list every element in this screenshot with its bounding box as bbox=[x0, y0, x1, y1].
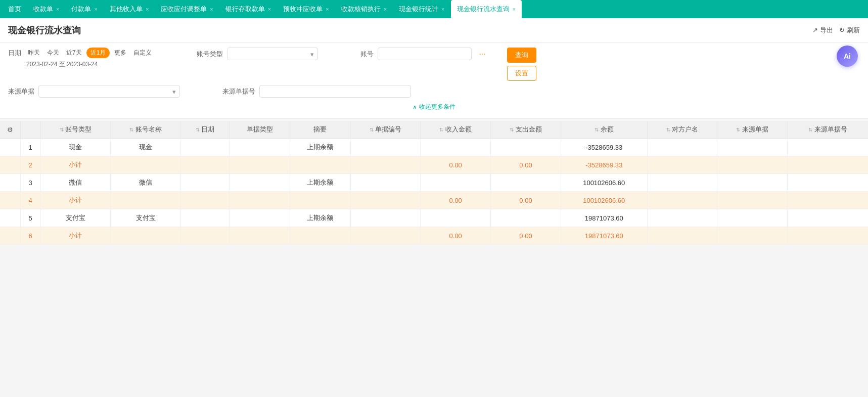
cell-balance: -3528659.33 bbox=[561, 139, 647, 156]
header-actions: ↗ 导出 ↻ 刷新 bbox=[812, 26, 860, 35]
close-icon[interactable]: × bbox=[210, 0, 213, 18]
cell-counterpart bbox=[647, 192, 717, 209]
close-icon[interactable]: × bbox=[56, 0, 59, 18]
col-gear[interactable]: ⚙ bbox=[0, 121, 20, 139]
cell-expense: 0.00 bbox=[491, 227, 561, 245]
col-date[interactable]: ⇅ 日期 bbox=[181, 121, 230, 139]
cell-doc-type bbox=[230, 227, 290, 245]
cell-summary bbox=[290, 156, 350, 174]
nav-item-bank-deposit[interactable]: 银行存取款单 × bbox=[219, 0, 277, 18]
cell-doc-no bbox=[350, 209, 421, 227]
nav-item-receipt[interactable]: 收款单 × bbox=[27, 0, 65, 18]
close-icon[interactable]: × bbox=[384, 0, 387, 18]
right-buttons: 查询 设置 bbox=[507, 48, 536, 81]
close-icon[interactable]: × bbox=[441, 0, 444, 18]
cell-account-name bbox=[111, 192, 181, 209]
collapse-bar[interactable]: ∧ 收起更多条件 bbox=[8, 101, 860, 113]
table-row[interactable]: 1现金现金上期余额-3528659.33 bbox=[0, 139, 868, 156]
source-doc-no-input[interactable] bbox=[259, 85, 411, 98]
close-icon[interactable]: × bbox=[268, 0, 271, 18]
cell-num: 4 bbox=[20, 192, 40, 209]
nav-item-other-income[interactable]: 其他收入单 × bbox=[104, 0, 155, 18]
source-doc-label: 来源单据 bbox=[8, 87, 34, 96]
date-btn-custom[interactable]: 自定义 bbox=[131, 48, 154, 58]
table-row[interactable]: 6小计0.000.0019871073.60 bbox=[0, 227, 868, 245]
col-account-type[interactable]: ⇅ 账号类型 bbox=[40, 121, 111, 139]
cell-account-type: 微信 bbox=[40, 174, 111, 192]
cell-source-doc-no bbox=[788, 139, 868, 156]
col-summary: 摘要 bbox=[290, 121, 350, 139]
top-nav: 首页 收款单 × 付款单 × 其他收入单 × 应收应付调整单 × 银行存取款单 … bbox=[0, 0, 868, 18]
nav-item-home[interactable]: 首页 bbox=[2, 0, 27, 18]
account-type-select-wrapper: 现金 微信 支付宝 bbox=[227, 48, 318, 60]
nav-item-writeoff[interactable]: 收款核销执行 × bbox=[335, 0, 393, 18]
cell-income: 0.00 bbox=[421, 192, 491, 209]
cell-account-name: 现金 bbox=[111, 139, 181, 156]
export-icon: ↗ bbox=[812, 26, 818, 34]
date-range: 2023-02-24 至 2023-03-24 bbox=[26, 60, 98, 69]
source-doc-select[interactable] bbox=[38, 85, 180, 98]
date-btn-today[interactable]: 今天 bbox=[44, 48, 62, 58]
export-button[interactable]: ↗ 导出 bbox=[812, 26, 833, 35]
cell-source-doc-no bbox=[788, 174, 868, 192]
date-btn-7days[interactable]: 近7天 bbox=[64, 48, 84, 58]
account-type-select[interactable]: 现金 微信 支付宝 bbox=[227, 48, 318, 60]
table-row[interactable]: 2小计0.000.00-3528659.33 bbox=[0, 156, 868, 174]
date-btn-yesterday[interactable]: 昨天 bbox=[25, 48, 42, 58]
refresh-icon: ↻ bbox=[839, 26, 845, 34]
cell-income bbox=[421, 174, 491, 192]
cell-source-doc bbox=[717, 139, 788, 156]
col-expense[interactable]: ⇅ 支出金额 bbox=[491, 121, 561, 139]
refresh-button[interactable]: ↻ 刷新 bbox=[839, 26, 860, 35]
cell-gear bbox=[0, 192, 20, 209]
settings-button[interactable]: 设置 bbox=[507, 66, 536, 81]
chevron-up-icon: ∧ bbox=[413, 104, 417, 111]
col-source-doc-no[interactable]: ⇅ 来源单据号 bbox=[788, 121, 868, 139]
cell-summary bbox=[290, 192, 350, 209]
account-dots-button[interactable]: ··· bbox=[476, 49, 488, 60]
cell-balance: 100102606.60 bbox=[561, 174, 647, 192]
cell-source-doc-no bbox=[788, 192, 868, 209]
nav-item-payment[interactable]: 付款单 × bbox=[65, 0, 103, 18]
col-source-doc[interactable]: ⇅ 来源单据 bbox=[717, 121, 788, 139]
close-icon[interactable]: × bbox=[94, 0, 97, 18]
date-btn-more[interactable]: 更多 bbox=[112, 48, 129, 58]
cell-date bbox=[181, 174, 230, 192]
cell-date bbox=[181, 227, 230, 245]
cell-source-doc-no bbox=[788, 227, 868, 245]
close-icon[interactable]: × bbox=[326, 0, 329, 18]
col-income[interactable]: ⇅ 收入金额 bbox=[421, 121, 491, 139]
cell-source-doc-no bbox=[788, 209, 868, 227]
close-icon[interactable]: × bbox=[146, 0, 149, 18]
nav-item-cashflow[interactable]: 现金银行流水查询 × bbox=[451, 0, 522, 18]
col-balance[interactable]: ⇅ 余额 bbox=[561, 121, 647, 139]
cell-num: 1 bbox=[20, 139, 40, 156]
date-btn-1month[interactable]: 近1月 bbox=[86, 48, 110, 58]
source-doc-select-wrapper bbox=[38, 85, 180, 98]
table-row[interactable]: 5支付宝支付宝上期余额19871073.60 bbox=[0, 209, 868, 227]
nav-item-adjustment[interactable]: 应收应付调整单 × bbox=[155, 0, 219, 18]
col-doc-no[interactable]: ⇅ 单据编号 bbox=[350, 121, 421, 139]
table-row[interactable]: 4小计0.000.00100102606.60 bbox=[0, 192, 868, 209]
ai-label: Ai bbox=[844, 52, 851, 60]
cell-source-doc bbox=[717, 227, 788, 245]
gear-icon: ⚙ bbox=[7, 126, 13, 134]
ai-button[interactable]: Ai bbox=[837, 46, 858, 67]
cell-num: 3 bbox=[20, 174, 40, 192]
account-type-label: 账号类型 bbox=[197, 50, 223, 59]
col-account-name[interactable]: ⇅ 账号名称 bbox=[111, 121, 181, 139]
nav-item-advance[interactable]: 预收冲应收单 × bbox=[277, 0, 335, 18]
cell-income bbox=[421, 139, 491, 156]
table-row[interactable]: 3微信微信上期余额100102606.60 bbox=[0, 174, 868, 192]
page-header: 现金银行流水查询 ↗ 导出 ↻ 刷新 bbox=[0, 18, 868, 42]
query-button[interactable]: 查询 bbox=[507, 48, 536, 63]
close-icon[interactable]: × bbox=[513, 0, 516, 18]
nav-item-statistics[interactable]: 现金银行统计 × bbox=[393, 0, 450, 18]
cell-income bbox=[421, 209, 491, 227]
cell-doc-no bbox=[350, 192, 421, 209]
col-counterpart[interactable]: ⇅ 对方户名 bbox=[647, 121, 717, 139]
cell-account-type: 支付宝 bbox=[40, 209, 111, 227]
cell-gear bbox=[0, 139, 20, 156]
cell-source-doc bbox=[717, 174, 788, 192]
account-input[interactable] bbox=[378, 48, 472, 60]
